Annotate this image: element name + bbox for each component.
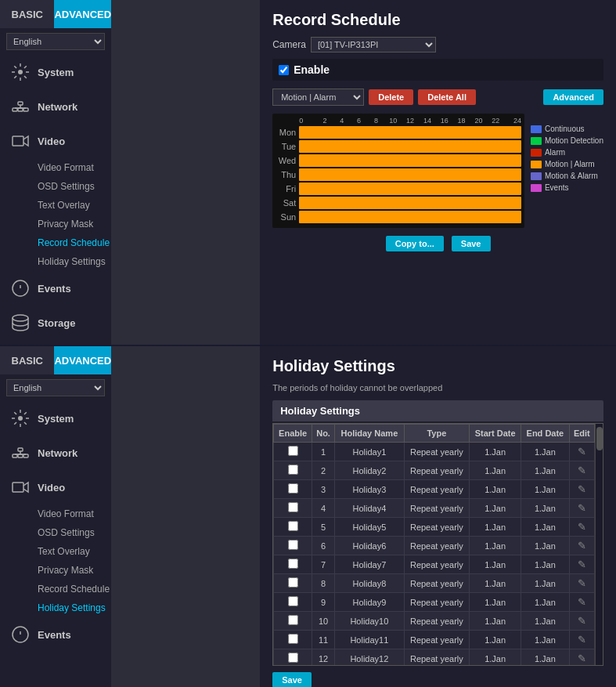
holiday-enable-1[interactable] — [288, 446, 298, 456]
table-row: 10Holiday10Repeat yearly1.Jan1.Jan✎ — [274, 612, 595, 631]
language-select-1[interactable]: English — [6, 33, 105, 50]
edit-button-12[interactable]: ✎ — [578, 653, 586, 664]
advanced-btn-1[interactable]: ADVANCED — [54, 0, 111, 28]
enable-label: Enable — [294, 63, 330, 76]
sidebar-sub-text-overlay-1[interactable]: Text Overlay — [0, 196, 111, 215]
sidebar-sub-holiday-2[interactable]: Holiday Settings — [0, 598, 111, 617]
sidebar-sub-video-format-1[interactable]: Video Format — [0, 158, 111, 177]
sidebar-item-system-1[interactable]: System — [0, 55, 111, 89]
holiday-enable-11[interactable] — [288, 634, 298, 644]
holiday-enable-3[interactable] — [288, 483, 298, 494]
col-edit: Edit — [569, 425, 594, 443]
advanced-btn-2[interactable]: ADVANCED — [54, 346, 111, 374]
schedule-row-sat: Sat — [272, 197, 521, 209]
table-scrollbar[interactable] — [595, 424, 603, 665]
holiday-table: Enable No. Holiday Name Type Start Date … — [273, 424, 595, 665]
edit-button-6[interactable]: ✎ — [578, 540, 586, 551]
video-label-2: Video — [38, 482, 65, 494]
sidebar-item-network-2[interactable]: Network — [0, 436, 111, 470]
holiday-enable-8[interactable] — [288, 577, 298, 588]
time-bar-mon[interactable] — [299, 126, 521, 139]
svg-point-12 — [13, 315, 28, 321]
copy-to-button[interactable]: Copy to... — [386, 236, 444, 251]
edit-button-3[interactable]: ✎ — [578, 483, 586, 495]
holiday-enable-6[interactable] — [288, 540, 298, 550]
motion-alarm-select[interactable]: Motion | Alarm Continuous Motion Detecti… — [272, 89, 364, 106]
page-title-1: Record Schedule — [272, 11, 603, 29]
sidebar-sub-osd-2[interactable]: OSD Settings — [0, 523, 111, 542]
camera-label: Camera — [272, 39, 306, 50]
table-row: 5Holiday5Repeat yearly1.Jan1.Jan✎ — [274, 518, 595, 537]
holiday-enable-5[interactable] — [288, 521, 298, 531]
sidebar-sub-privacy-2[interactable]: Privacy Mask — [0, 561, 111, 580]
edit-button-9[interactable]: ✎ — [578, 596, 586, 608]
system-icon-2 — [9, 407, 31, 429]
schedule-row-fri: Fri — [272, 183, 521, 195]
sidebar-item-events-1[interactable]: Events — [0, 271, 111, 306]
time-bar-fri[interactable] — [299, 183, 521, 195]
edit-button-1[interactable]: ✎ — [578, 446, 586, 457]
delete-all-button[interactable]: Delete All — [418, 89, 476, 105]
system-label-2: System — [38, 413, 74, 425]
holiday-enable-7[interactable] — [288, 559, 298, 569]
time-bar-thu[interactable] — [299, 168, 521, 181]
col-type: Type — [404, 425, 469, 443]
svg-rect-4 — [18, 102, 23, 105]
advanced-button[interactable]: Advanced — [543, 89, 603, 105]
col-start: Start Date — [470, 425, 521, 443]
time-bar-tue[interactable] — [299, 140, 521, 153]
holiday-enable-12[interactable] — [288, 653, 298, 663]
time-bar-sat[interactable] — [299, 197, 521, 209]
sidebar-item-system-2[interactable]: System — [0, 401, 111, 436]
save-button-1[interactable]: Save — [452, 236, 491, 251]
sidebar-sub-record-1[interactable]: Record Schedule — [0, 233, 111, 252]
page-title-2: Holiday Settings — [272, 357, 603, 375]
svg-rect-17 — [18, 448, 23, 451]
holiday-enable-10[interactable] — [288, 615, 298, 625]
svg-rect-8 — [13, 136, 23, 146]
table-row: 2Holiday2Repeat yearly1.Jan1.Jan✎ — [274, 461, 595, 480]
sidebar-item-storage-1[interactable]: Storage — [0, 306, 111, 340]
basic-btn-2[interactable]: BASIC — [0, 346, 54, 374]
edit-button-7[interactable]: ✎ — [578, 559, 586, 570]
sidebar-item-events-2[interactable]: Events — [0, 617, 111, 652]
sidebar-sub-osd-1[interactable]: OSD Settings — [0, 177, 111, 196]
edit-button-10[interactable]: ✎ — [578, 615, 586, 627]
sidebar-sub-privacy-1[interactable]: Privacy Mask — [0, 215, 111, 233]
edit-button-11[interactable]: ✎ — [578, 634, 586, 645]
schedule-row-wed: Wed — [272, 154, 521, 167]
sidebar-sub-record-2[interactable]: Record Schedule — [0, 580, 111, 598]
delete-button[interactable]: Delete — [369, 89, 413, 105]
sidebar-item-video-2[interactable]: Video — [0, 470, 111, 504]
basic-btn-1[interactable]: BASIC — [0, 0, 54, 28]
schedule-row-sun: Sun — [272, 211, 521, 223]
sidebar-sub-video-format-2[interactable]: Video Format — [0, 504, 111, 523]
col-no: No. — [312, 425, 335, 443]
network-icon-1 — [9, 96, 31, 118]
svg-point-0 — [18, 70, 23, 74]
edit-button-4[interactable]: ✎ — [578, 502, 586, 514]
video-icon-1 — [9, 130, 31, 152]
table-row: 11Holiday11Repeat yearly1.Jan1.Jan✎ — [274, 631, 595, 649]
holiday-enable-4[interactable] — [288, 502, 298, 512]
save-button-2[interactable]: Save — [272, 672, 312, 687]
time-bar-sun[interactable] — [299, 211, 521, 223]
edit-button-5[interactable]: ✎ — [578, 521, 586, 533]
edit-button-2[interactable]: ✎ — [578, 465, 586, 476]
camera-select[interactable]: [01] TV-IP313PI — [311, 37, 436, 52]
sidebar-sub-text-overlay-2[interactable]: Text Overlay — [0, 542, 111, 561]
language-select-2[interactable]: English — [6, 379, 105, 396]
network-icon-2 — [9, 442, 31, 464]
table-row: 3Holiday3Repeat yearly1.Jan1.Jan✎ — [274, 480, 595, 499]
time-bar-wed[interactable] — [299, 154, 521, 167]
holiday-enable-9[interactable] — [288, 596, 298, 606]
holiday-enable-2[interactable] — [288, 465, 298, 475]
sidebar-item-network-1[interactable]: Network — [0, 89, 111, 124]
sidebar-sub-holiday-1[interactable]: Holiday Settings — [0, 252, 111, 271]
sidebar-item-video-1[interactable]: Video — [0, 124, 111, 158]
schedule-row-mon: Mon — [272, 126, 521, 139]
enable-checkbox[interactable] — [279, 65, 289, 75]
edit-button-8[interactable]: ✎ — [578, 577, 586, 589]
schedule-row-thu: Thu — [272, 168, 521, 181]
network-label-2: Network — [38, 447, 77, 459]
